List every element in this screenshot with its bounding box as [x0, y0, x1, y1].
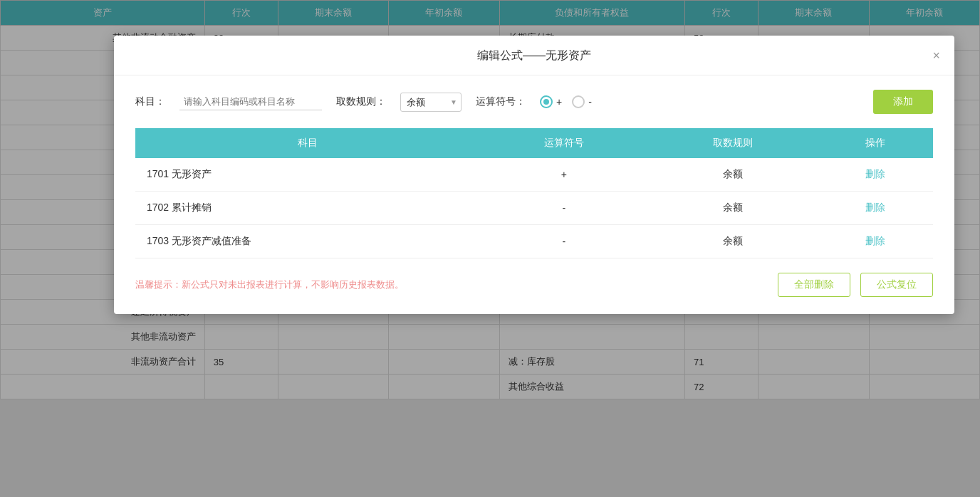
operator-minus-label: - [588, 96, 592, 108]
col-header-operator: 运算符号 [479, 128, 648, 158]
table-row: 1701 无形资产+余额删除 [135, 158, 933, 192]
operator-radio-group: + - [540, 95, 592, 108]
edit-formula-modal: 编辑公式——无形资产 × 科目： 取数规则： 余额 借方 贷方 借方累计 贷方累… [114, 36, 954, 314]
cell-subject: 1701 无形资产 [135, 158, 479, 192]
modal-title: 编辑公式——无形资产 [477, 48, 591, 63]
operator-plus-option[interactable]: + [540, 95, 562, 108]
cell-rule: 余额 [649, 158, 818, 192]
cell-action: 删除 [818, 225, 933, 258]
table-row: 1702 累计摊销-余额删除 [135, 192, 933, 225]
rule-select-wrapper[interactable]: 余额 借方 贷方 借方累计 贷方累计 ▼ [400, 93, 462, 112]
delete-link[interactable]: 删除 [865, 168, 885, 179]
modal-header: 编辑公式——无形资产 × [114, 36, 954, 75]
subject-input[interactable] [179, 93, 322, 110]
operator-label: 运算符号： [476, 95, 526, 108]
cell-operator: - [479, 192, 648, 225]
operator-minus-option[interactable]: - [572, 95, 592, 108]
cell-rule: 余额 [649, 192, 818, 225]
add-button[interactable]: 添加 [873, 90, 933, 114]
cell-action: 删除 [818, 192, 933, 225]
delete-link[interactable]: 删除 [865, 202, 885, 213]
operator-plus-label: + [556, 96, 562, 108]
operator-minus-radio[interactable] [572, 95, 585, 108]
table-row: 1703 无形资产减值准备-余额删除 [135, 225, 933, 258]
col-header-rule: 取数规则 [649, 128, 818, 158]
delete-link[interactable]: 删除 [865, 235, 885, 246]
col-header-action: 操作 [818, 128, 933, 158]
formula-table: 科目 运算符号 取数规则 操作 1701 无形资产+余额删除1702 累计摊销-… [135, 128, 933, 258]
delete-all-button[interactable]: 全部删除 [778, 273, 850, 297]
rule-select[interactable]: 余额 借方 贷方 借方累计 贷方累计 [400, 93, 462, 112]
footer-buttons: 全部删除 公式复位 [778, 273, 933, 297]
cell-operator: - [479, 225, 648, 258]
cell-subject: 1702 累计摊销 [135, 192, 479, 225]
col-header-subject: 科目 [135, 128, 479, 158]
operator-plus-radio[interactable] [540, 95, 553, 108]
modal-close-button[interactable]: × [932, 49, 940, 62]
cell-subject: 1703 无形资产减值准备 [135, 225, 479, 258]
form-row: 科目： 取数规则： 余额 借方 贷方 借方累计 贷方累计 ▼ 运算符号： + - [114, 75, 954, 128]
reset-formula-button[interactable]: 公式复位 [860, 273, 933, 297]
cell-operator: + [479, 158, 648, 192]
subject-label: 科目： [135, 95, 165, 108]
table-header-row: 科目 运算符号 取数规则 操作 [135, 128, 933, 158]
cell-action: 删除 [818, 158, 933, 192]
modal-footer: 温馨提示：新公式只对未出报表进行计算，不影响历史报表数据。 全部删除 公式复位 [114, 258, 954, 297]
rule-label: 取数规则： [336, 95, 386, 108]
footer-tip: 温馨提示：新公式只对未出报表进行计算，不影响历史报表数据。 [135, 278, 404, 291]
cell-rule: 余额 [649, 225, 818, 258]
data-table-container: 科目 运算符号 取数规则 操作 1701 无形资产+余额删除1702 累计摊销-… [114, 128, 954, 258]
